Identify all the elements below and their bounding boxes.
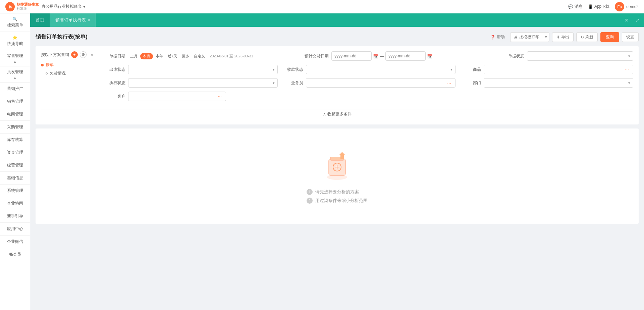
sidebar-label-ecommerce: 电商管理	[7, 111, 23, 117]
date-tab-this-year[interactable]: 本年	[154, 53, 165, 59]
filter-group-goods: 商品 ···	[461, 65, 633, 74]
tab-sales-order-label: 销售订单执行表	[55, 17, 86, 23]
scheme-item-order[interactable]: 按单	[41, 61, 97, 69]
filter-row-2: 出库状态 ▾ 收款状态 ▾	[105, 65, 633, 74]
message-label: 消息	[575, 4, 583, 9]
scheme-add-btn[interactable]: +	[71, 51, 78, 58]
customer-select[interactable]: ···	[128, 92, 226, 101]
sidebar-item-sales[interactable]: 销售管理	[0, 95, 30, 108]
sidebar-item-basic[interactable]: 基础信息	[0, 172, 30, 185]
query-btn[interactable]: 查询	[600, 32, 619, 42]
sidebar-item-wechat[interactable]: 企业微信	[0, 236, 30, 248]
sidebar-item-finance[interactable]: 资金管理	[0, 146, 30, 159]
message-action[interactable]: 💬 消息	[568, 4, 583, 9]
exec-status-select[interactable]: ▾	[128, 78, 278, 88]
scheme-header: 按以下方案查询 + ⚙ «	[41, 51, 97, 58]
sidebar-label-search: 搜索菜单	[7, 22, 23, 28]
department-select[interactable]: ▾	[484, 78, 633, 88]
sidebar-item-retail[interactable]: 零售管理 ▲	[0, 50, 30, 66]
filter-row-4: 客户 ···	[105, 92, 633, 101]
tab-close-icon[interactable]: ×	[88, 18, 90, 22]
order-status-select[interactable]: ▾	[527, 51, 634, 61]
scheme-collapse-btn[interactable]: «	[89, 51, 95, 58]
sidebar-label-retail: 零售管理	[7, 53, 23, 59]
date-tab-more[interactable]: 更多	[180, 53, 191, 59]
sidebar-label-operation: 经营管理	[7, 162, 23, 168]
sidebar-item-quicknav[interactable]: ⭐ 快捷导航	[0, 32, 30, 50]
salesperson-select[interactable]: ···	[306, 78, 455, 88]
date-tab-custom[interactable]: 自定义	[192, 53, 207, 59]
sidebar-item-purchase[interactable]: 采购管理	[0, 121, 30, 134]
tab-home[interactable]: 首页	[30, 13, 50, 27]
sidebar-item-ecommerce[interactable]: 电商管理	[0, 108, 30, 121]
date-tab-last-month[interactable]: 上月	[128, 53, 140, 59]
delivery-start-input[interactable]	[331, 51, 372, 61]
date-range-text: 2023-03-01 至 2023-03-31	[210, 54, 253, 59]
collapse-bar[interactable]: ∧ 收起更多条件	[41, 109, 633, 119]
scheme-dot	[41, 64, 44, 66]
user-area[interactable]: Ea demo2	[615, 2, 639, 11]
sidebar-label-member: 畅会员	[9, 252, 21, 257]
goods-ellipsis[interactable]: ···	[624, 67, 630, 72]
tab-close-window-btn[interactable]: ✕	[623, 16, 631, 24]
print-dropdown-btn[interactable]: ▾	[543, 33, 549, 41]
sidebar-label-system: 系统管理	[7, 188, 23, 194]
sidebar-item-system[interactable]: 系统管理	[0, 185, 30, 197]
order-status-arrow: ▾	[628, 54, 630, 58]
calendar-end-icon[interactable]: 📅	[427, 54, 432, 59]
help-btn[interactable]: ❓ 帮助	[488, 33, 507, 41]
order-status-label: 单据状态	[504, 53, 524, 59]
date-tab-7days[interactable]: 近7天	[166, 53, 179, 59]
calendar-start-icon[interactable]: 📅	[373, 54, 378, 59]
main-layout: 🔍 搜索菜单 ⭐ 快捷导航 零售管理 ▲ 批发管理 ▲ 营销推广 销售管理 电商…	[0, 13, 644, 310]
goods-label: 商品	[461, 67, 481, 72]
scheme-settings-btn[interactable]: ⚙	[80, 51, 87, 58]
sidebar-item-member[interactable]: 畅会员	[0, 248, 30, 261]
help-label: 帮助	[497, 34, 505, 40]
refresh-btn[interactable]: ↻ 刷新	[576, 32, 598, 42]
sidebar-label-sales: 销售管理	[7, 99, 23, 104]
salesperson-ellipsis[interactable]: ···	[446, 80, 452, 86]
customer-ellipsis[interactable]: ···	[216, 94, 223, 99]
date-tabs: 上月 本月 本年 近7天 更多 自定义	[128, 53, 207, 59]
filter-fields: 单据日期 上月 本月 本年 近7天 更多 自定义	[105, 51, 633, 105]
delivery-label: 预计交货日期	[305, 53, 329, 59]
sidebar-item-wholesale[interactable]: 批发管理 ▲	[0, 66, 30, 83]
scheme-item-label: 按单	[46, 62, 54, 68]
delivery-end-input[interactable]	[385, 51, 426, 61]
tab-bar: 首页 销售订单执行表 × ✕ ⤢	[30, 13, 644, 27]
export-btn[interactable]: ⬇ 导出	[552, 32, 574, 42]
scheme-sub-item-debt[interactable]: 欠货情况	[41, 69, 97, 78]
receipt-status-select[interactable]: ▾	[306, 65, 455, 74]
breadcrumb[interactable]: 办公用品行业模拟账套 ▾	[42, 4, 85, 9]
exec-status-arrow: ▾	[273, 81, 275, 85]
sidebar-item-appstore[interactable]: 应用中心	[0, 223, 30, 236]
empty-illustration	[320, 149, 354, 182]
filter-row-1: 单据日期 上月 本月 本年 近7天 更多 自定义	[105, 51, 633, 61]
tab-expand-btn[interactable]: ⤢	[633, 16, 641, 24]
sidebar-item-marketing[interactable]: 营销推广	[0, 83, 30, 95]
sidebar-item-inventory[interactable]: 库存核算	[0, 134, 30, 146]
filter-group-salesperson: 业务员 ···	[283, 78, 455, 88]
sidebar-item-cooperation[interactable]: 企业协同	[0, 197, 30, 210]
tip-text-1: 请先选择要分析的方案	[315, 189, 359, 195]
sidebar-item-operation[interactable]: 经营管理	[0, 159, 30, 172]
exec-status-label: 执行状态	[105, 80, 125, 86]
sidebar-item-guide[interactable]: 新手引导	[0, 210, 30, 223]
receipt-status-arrow: ▾	[450, 67, 452, 72]
page-title: 销售订单执行表(按单)	[36, 34, 88, 41]
settings-btn[interactable]: 设置	[622, 32, 639, 42]
tab-sales-order[interactable]: 销售订单执行表 ×	[50, 13, 96, 27]
department-label: 部门	[461, 80, 481, 86]
goods-select[interactable]: ···	[484, 65, 633, 74]
print-btn[interactable]: 🖨 按模板打印	[511, 33, 543, 42]
content-area: 首页 销售订单执行表 × ✕ ⤢ 销售订单执行表(按单) ❓ 帮助	[30, 13, 644, 310]
sidebar-item-search[interactable]: 🔍 搜索菜单	[0, 13, 30, 32]
app-download-action[interactable]: 📱 App下载	[588, 4, 609, 9]
tab-bar-actions: ✕ ⤢	[623, 16, 644, 24]
out-status-select[interactable]: ▾	[128, 65, 278, 74]
help-icon: ❓	[490, 35, 495, 40]
quicknav-icon: ⭐	[12, 35, 17, 40]
header-right: 💬 消息 📱 App下载 Ea demo2	[568, 2, 639, 11]
date-tab-this-month[interactable]: 本月	[140, 53, 153, 59]
